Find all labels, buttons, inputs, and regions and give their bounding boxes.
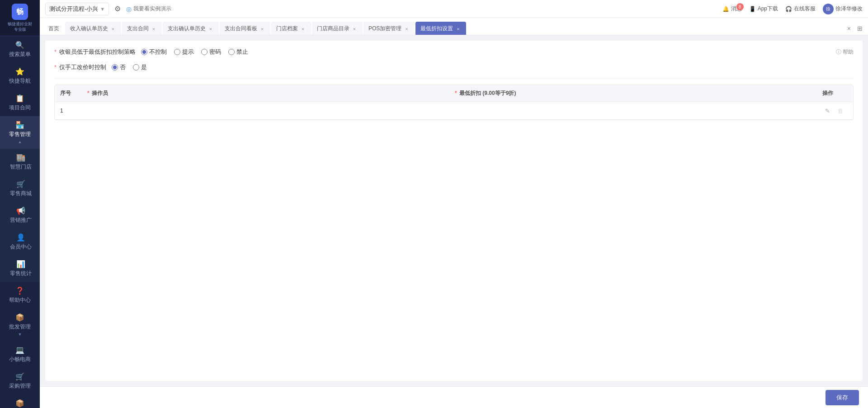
ecom-icon: 💻 (15, 346, 24, 354)
th-seq: 序号 (55, 85, 82, 102)
tab-store-goods[interactable]: 门店商品目录 × (312, 22, 363, 35)
sidebar-item-retail-mall[interactable]: 🛒 零售商城 (0, 175, 40, 202)
mall-icon: 🛒 (16, 180, 25, 188)
tab-close-pos-lock[interactable]: × (403, 26, 410, 32)
topbar: 测试分开流程-小兴 ▼ ⚙ ◎ 我要看实例演示 🔔 消息 8 📱 App下载 🎧… (40, 0, 868, 18)
table-row: 1 ✎ 🗑 (55, 102, 853, 120)
tab-pos-lock[interactable]: POS加密管理 × (363, 22, 415, 35)
tab-payment-confirm-history[interactable]: 支出确认单历史 × (163, 22, 219, 35)
table-header: 序号 * 操作员 * 最低折扣 (9.00等于9折) 操作 (55, 85, 853, 102)
tabs-controls: × ⊞ (845, 24, 864, 35)
tab-income-history[interactable]: 收入确认单历史 × (65, 22, 121, 35)
avatar: 徐 (823, 4, 834, 14)
td-seq: 1 (55, 102, 82, 119)
edit-row-button[interactable]: ✎ (822, 106, 832, 116)
demo-button[interactable]: ◎ 我要看实例演示 (126, 5, 171, 13)
sidebar-item-purchase[interactable]: 🛒 采购管理 (0, 368, 40, 394)
radio-no[interactable]: 否 (112, 63, 126, 71)
bell-icon: 🔔 (722, 6, 729, 12)
tab-close-min-discount[interactable]: × (455, 26, 461, 32)
sidebar-item-member[interactable]: 👤 会员中心 (0, 229, 40, 255)
chevron-down-icon: ▲ (18, 140, 22, 144)
page-panel: * 收银员低于最低折扣控制策略 不控制 提示 (45, 41, 863, 381)
project-selector[interactable]: 测试分开流程-小兴 ▼ (45, 3, 109, 15)
question-icon: ⓘ (836, 48, 841, 56)
sidebar-item-wholesale[interactable]: 📦 批发管理 ▼ (0, 309, 40, 341)
app-download-button[interactable]: 📱 App下载 (749, 5, 778, 13)
project-name: 测试分开流程-小兴 (49, 5, 98, 13)
demo-icon: ◎ (126, 5, 132, 13)
sidebar-item-help[interactable]: ❓ 帮助中心 (0, 282, 40, 309)
tab-home[interactable]: 首页 (43, 22, 64, 35)
user-profile-button[interactable]: 徐 徐泽华修改 (823, 4, 863, 14)
sidebar-item-inventory[interactable]: 📦 库存核算 (0, 394, 40, 408)
chevron-down-icon2: ▼ (18, 332, 22, 337)
user-icon: 👤 (16, 233, 25, 242)
radio-ban[interactable]: 禁止 (228, 48, 248, 56)
tab-payment-contract-board[interactable]: 支出合同看板 × (220, 22, 270, 35)
headset-icon: 🎧 (785, 6, 792, 12)
sidebar-logo: 畅 畅捷通好业财 专业版 (0, 0, 40, 36)
policy-radio-group: 不控制 提示 密码 禁止 (141, 48, 248, 56)
logo-icon: 畅 (12, 4, 28, 20)
sidebar-item-retail-stat[interactable]: 📊 零售统计 (0, 255, 40, 282)
data-table: 序号 * 操作员 * 最低折扣 (9.00等于9折) 操作 1 (54, 84, 854, 120)
clipboard-icon: 📋 (15, 94, 24, 103)
sidebar-item-smart-store[interactable]: 🏬 智慧门店 (0, 149, 40, 175)
delete-row-button[interactable]: 🗑 (835, 106, 845, 116)
radio-yes-input[interactable] (133, 64, 139, 70)
sidebar-item-retail[interactable]: 🏪 零售管理 ▲ (0, 116, 40, 149)
settings-button[interactable]: ⚙ (113, 3, 123, 15)
form-row-manual: * 仅手工改价时控制 否 是 (54, 63, 854, 71)
td-operator (82, 102, 449, 119)
sidebar-item-project[interactable]: 📋 项目合同 (0, 89, 40, 116)
save-button[interactable]: 保存 (826, 390, 859, 405)
sidebar-item-ecom[interactable]: 💻 小畅电商 (0, 341, 40, 368)
sidebar-item-shortcut[interactable]: ⭐ 快捷导航 (0, 63, 40, 89)
radio-password-input[interactable] (201, 49, 208, 55)
th-min-discount: * 最低折扣 (9.00等于9折) (449, 85, 817, 102)
radio-yes[interactable]: 是 (133, 63, 147, 71)
close-tab-button[interactable]: × (845, 24, 853, 33)
megaphone-icon: 📢 (16, 206, 25, 215)
online-service-button[interactable]: 🎧 在线客服 (785, 5, 816, 13)
content-area: * 收银员低于最低折扣控制策略 不控制 提示 (40, 35, 868, 386)
dropdown-arrow-icon: ▼ (100, 6, 105, 12)
help-button[interactable]: ⓘ 帮助 (836, 48, 854, 56)
star-icon: ⭐ (15, 67, 24, 76)
tab-close-payment-contract[interactable]: × (151, 26, 157, 32)
radio-no-control-input[interactable] (141, 49, 147, 55)
radio-no-control[interactable]: 不控制 (141, 48, 167, 56)
purchase-icon: 🛒 (15, 372, 24, 381)
radio-hint-input[interactable] (174, 49, 180, 55)
tab-close-income-history[interactable]: × (110, 26, 116, 32)
search-icon: 🔍 (15, 41, 24, 49)
mobile-icon: 📱 (749, 6, 756, 12)
radio-ban-input[interactable] (228, 49, 235, 55)
form-row-policy: * 收银员低于最低折扣控制策略 不控制 提示 (54, 48, 854, 56)
radio-hint[interactable]: 提示 (174, 48, 194, 56)
box-icon: 📦 (15, 313, 24, 322)
expand-tab-button[interactable]: ⊞ (855, 24, 864, 33)
store-icon: 🏪 (15, 121, 24, 129)
sidebar-item-search[interactable]: 🔍 搜索菜单 (0, 36, 40, 63)
radio-password[interactable]: 密码 (201, 48, 221, 56)
tab-store-file[interactable]: 门店档案 × (271, 22, 311, 35)
tab-close-contract-board[interactable]: × (259, 26, 265, 32)
tab-close-store-file[interactable]: × (300, 26, 306, 32)
chart-icon: 📊 (16, 260, 25, 268)
tab-close-payment-confirm[interactable]: × (208, 26, 214, 32)
tab-close-store-goods[interactable]: × (351, 26, 358, 32)
td-min-discount (449, 102, 817, 119)
policy-label: * 收银员低于最低折扣控制策略 (54, 48, 136, 56)
tabs-bar: 首页 收入确认单历史 × 支出合同 × 支出确认单历史 × 支出合同看板 × 门… (40, 18, 868, 35)
tab-payment-contract[interactable]: 支出合同 × (122, 22, 162, 35)
manual-label: * 仅手工改价时控制 (54, 63, 106, 71)
main-area: 测试分开流程-小兴 ▼ ⚙ ◎ 我要看实例演示 🔔 消息 8 📱 App下载 🎧… (40, 0, 868, 408)
sidebar-item-marketing[interactable]: 📢 营销推广 (0, 202, 40, 229)
td-action: ✎ 🗑 (817, 102, 853, 119)
message-button[interactable]: 🔔 消息 8 (722, 5, 742, 13)
tab-min-discount[interactable]: 最低折扣设置 × (415, 22, 466, 35)
radio-no-input[interactable] (112, 64, 118, 70)
th-action: 操作 (817, 85, 853, 102)
